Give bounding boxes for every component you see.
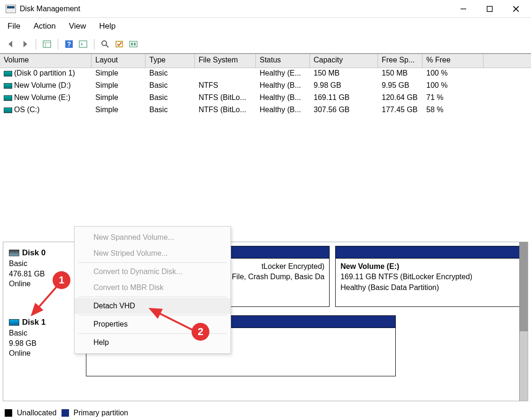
annotation-arrow-2 xyxy=(143,304,200,337)
col-volume[interactable]: Volume xyxy=(0,54,92,68)
disk0-partition-e[interactable]: New Volume (E:) 169.11 GB NTFS (BitLocke… xyxy=(335,246,523,307)
close-button[interactable] xyxy=(503,0,529,18)
svg-rect-15 xyxy=(134,43,136,46)
toolbar: ? xyxy=(0,37,531,53)
col-pct[interactable]: % Free xyxy=(423,54,484,68)
col-filesystem[interactable]: File System xyxy=(195,54,256,68)
rescan-icon[interactable] xyxy=(99,38,111,50)
volume-header-row: Volume Layout Type File System Status Ca… xyxy=(0,54,531,68)
maximize-button[interactable] xyxy=(477,0,503,18)
menu-help[interactable]: Help xyxy=(97,21,117,32)
ctx-convert-mbr: Convert to MBR Disk xyxy=(75,280,231,296)
titlebar: Disk Management xyxy=(0,0,531,18)
legend: Unallocated Primary partition xyxy=(5,409,128,417)
svg-line-11 xyxy=(106,45,108,47)
forward-button[interactable] xyxy=(19,38,31,50)
disk-icon xyxy=(4,107,12,113)
svg-line-16 xyxy=(32,284,59,315)
disk-icon xyxy=(4,95,12,101)
svg-text:?: ? xyxy=(67,40,71,48)
show-hide-tree-icon[interactable] xyxy=(41,38,53,50)
svg-rect-13 xyxy=(130,41,137,47)
svg-point-10 xyxy=(102,41,107,46)
app-icon xyxy=(6,5,16,13)
action-icon[interactable] xyxy=(113,38,125,50)
ctx-convert-dynamic: Convert to Dynamic Disk... xyxy=(75,264,231,280)
swatch-primary xyxy=(62,409,69,417)
disk-icon xyxy=(9,319,19,326)
col-status[interactable]: Status xyxy=(256,54,310,68)
table-row[interactable]: New Volume (D:) Simple Basic NTFS Health… xyxy=(0,80,531,92)
col-layout[interactable]: Layout xyxy=(92,54,146,68)
volume-list: Volume Layout Type File System Status Ca… xyxy=(0,53,531,239)
settings-icon[interactable] xyxy=(127,38,139,50)
window-title: Disk Management xyxy=(20,5,80,13)
disk-icon xyxy=(4,83,12,89)
table-row[interactable]: OS (C:) Simple Basic NTFS (BitLo... Heal… xyxy=(0,105,531,117)
disk1-label[interactable]: Disk 1 Basic 9.98 GB Online xyxy=(8,315,81,376)
menu-action[interactable]: Action xyxy=(31,21,57,32)
col-free[interactable]: Free Sp... xyxy=(378,54,423,68)
ctx-new-striped: New Striped Volume... xyxy=(75,245,231,261)
svg-line-17 xyxy=(150,309,192,330)
annotation-badge-1: 1 xyxy=(53,271,70,289)
back-button[interactable] xyxy=(5,38,17,50)
table-row[interactable]: (Disk 0 partition 1) Simple Basic Health… xyxy=(0,68,531,80)
svg-rect-4 xyxy=(43,41,51,47)
col-type[interactable]: Type xyxy=(146,54,195,68)
table-row[interactable]: New Volume (E:) Simple Basic NTFS (BitLo… xyxy=(0,92,531,105)
svg-rect-12 xyxy=(116,41,123,47)
annotation-badge-2: 2 xyxy=(192,323,209,341)
refresh-icon[interactable] xyxy=(77,38,89,50)
menubar: File Action View Help xyxy=(0,18,531,37)
swatch-unallocated xyxy=(5,409,12,417)
help-icon[interactable]: ? xyxy=(63,38,75,50)
ctx-new-spanned: New Spanned Volume... xyxy=(75,229,231,245)
minimize-button[interactable] xyxy=(450,0,477,18)
vertical-scrollbar[interactable] xyxy=(519,242,528,401)
svg-rect-14 xyxy=(131,43,133,46)
col-capacity[interactable]: Capacity xyxy=(310,54,378,68)
menu-file[interactable]: File xyxy=(6,21,22,32)
disk-icon xyxy=(9,250,19,256)
menu-view[interactable]: View xyxy=(67,21,88,32)
disk-icon xyxy=(4,71,12,76)
svg-rect-1 xyxy=(487,6,493,11)
